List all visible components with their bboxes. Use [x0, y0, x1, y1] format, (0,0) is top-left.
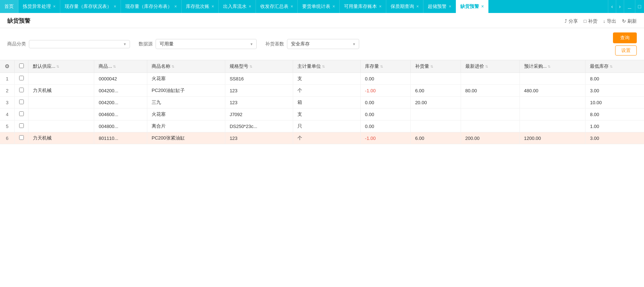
cell-estimated-purchase [519, 97, 586, 109]
cell-unit: 支 [293, 73, 361, 85]
replenish-button[interactable]: □ 补货 [584, 18, 597, 25]
cell-checkbox [14, 109, 28, 120]
tab-inventory-status[interactable]: 现存量（库存状况表）× [60, 0, 121, 13]
th-product-code: 商品... ⇅ [94, 60, 147, 73]
th-stock-qty: 库存量 ⇅ [361, 60, 411, 73]
replenish-basis-chevron-icon: ▾ [353, 42, 355, 47]
export-button[interactable]: ↓ 导出 [603, 18, 617, 25]
tab-order-stats[interactable]: 要货单统计表× [298, 0, 340, 13]
tab-close-icon[interactable]: × [174, 4, 177, 9]
cell-spec: 123 [225, 97, 293, 109]
filter-actions: 查询 设置 [613, 32, 637, 56]
tab-inout-flow[interactable]: 出入库流水× [219, 0, 256, 13]
row-checkbox[interactable] [19, 100, 24, 104]
share-icon: ⤴ [565, 18, 567, 24]
tab-close-icon[interactable]: × [53, 4, 56, 9]
category-select[interactable]: ▾ [29, 40, 130, 48]
cell-replenish-qty: 20.00 [410, 97, 461, 109]
category-filter-group: 商品分类 ▾ [7, 40, 130, 48]
cell-unit: 箱 [293, 97, 361, 109]
filter-bar: 商品分类 ▾ 数据源 可用量 ▾ 补货基数 安全库存 ▾ 查询 设置 [0, 28, 644, 60]
th-product-name: 商品名称 ⇅ [147, 60, 225, 73]
tab-close-icon[interactable]: × [379, 4, 382, 9]
maximize-button[interactable]: □ [635, 0, 644, 13]
row-checkbox[interactable] [19, 135, 24, 140]
cell-replenish-qty [410, 109, 461, 120]
cell-latest-price: 80.00 [461, 85, 519, 97]
cell-product-code: 004200... [94, 97, 147, 109]
replenish-basis-select[interactable]: 安全库存 ▾ [287, 39, 359, 49]
select-all-checkbox[interactable] [19, 63, 24, 68]
table-row: 5 004800... 离合片 DS250*23c... 只 0.00 1.00 [0, 120, 644, 132]
tab-prev-button[interactable]: ‹ [608, 0, 616, 13]
th-replenish-qty: 补货量 ⇅ [410, 60, 461, 73]
main-content: 缺货预警 ⤴ 分享 □ 补货 ↓ 导出 ↻ 刷新 商品分类 [0, 13, 644, 287]
tab-close-icon[interactable]: × [416, 4, 419, 9]
tab-label: 缺货预警 [460, 3, 479, 10]
tab-close-icon[interactable]: × [481, 4, 484, 9]
datasource-label: 数据源 [139, 41, 153, 47]
cell-product-code: 004200... [94, 85, 147, 97]
table-row: 3 004200... 三九 123 箱 0.00 20.00 10.00 [0, 97, 644, 109]
tab-label: 出入库流水 [223, 3, 247, 10]
sort-estimated-icon: ⇅ [548, 65, 551, 69]
cell-supplier: 力天机械 [28, 85, 94, 97]
tab-label: 可用量库存账本 [344, 3, 377, 10]
replenish-icon: □ [584, 18, 587, 24]
cell-estimated-purchase [519, 109, 586, 120]
tab-inventory-dist[interactable]: 现存量（库存分布表）× [121, 0, 182, 13]
tab-expiry-query[interactable]: 保质期查询× [386, 0, 423, 13]
tab-shortage[interactable]: 缺货预警× [456, 0, 488, 13]
sort-min-icon: ⇅ [610, 65, 613, 69]
cell-stock-qty: -1.00 [361, 85, 411, 97]
row-checkbox[interactable] [19, 76, 24, 80]
tab-close-icon[interactable]: × [449, 4, 451, 9]
replenish-basis-label: 补货基数 [265, 41, 284, 47]
datasource-select[interactable]: 可用量 ▾ [156, 39, 257, 49]
sort-stock-icon: ⇅ [380, 65, 383, 69]
tab-batch-account[interactable]: 库存批次账× [182, 0, 219, 13]
cell-latest-price [461, 73, 519, 85]
setting-button[interactable]: 设置 [615, 45, 637, 56]
table-header-row: ⚙ 默认供应... ⇅ 商品... ⇅ [0, 60, 644, 73]
datasource-value: 可用量 [160, 41, 174, 47]
row-checkbox[interactable] [19, 123, 24, 128]
sort-supplier-icon: ⇅ [56, 65, 59, 69]
cell-latest-price [461, 97, 519, 109]
column-settings-icon[interactable]: ⚙ [5, 63, 9, 69]
tab-close-icon[interactable]: × [114, 4, 116, 9]
tab-label: 要货单统计表 [302, 3, 330, 10]
th-unit: 主计量单位 ⇅ [293, 60, 361, 73]
row-checkbox[interactable] [19, 111, 24, 116]
tab-home[interactable]: 首页 [0, 0, 18, 13]
cell-spec: 123 [225, 132, 293, 144]
cell-checkbox [14, 73, 28, 85]
query-button[interactable]: 查询 [613, 32, 637, 43]
cell-stock-qty: 0.00 [361, 73, 411, 85]
cell-stock-qty: 0.00 [361, 97, 411, 109]
row-checkbox[interactable] [19, 88, 24, 92]
tab-available-ledger[interactable]: 可用量库存账本× [340, 0, 386, 13]
replenish-basis-value: 安全库存 [291, 41, 310, 47]
tab-collect-summary[interactable]: 收发存汇总表× [256, 0, 298, 13]
cell-supplier [28, 120, 94, 132]
sort-spec-icon: ⇅ [249, 65, 252, 69]
cell-product-name: PC200张紧油缸 [147, 132, 225, 144]
th-estimated-purchase: 预计采购... ⇅ [519, 60, 586, 73]
tab-overstock[interactable]: 超储预警× [423, 0, 456, 13]
share-button[interactable]: ⤴ 分享 [565, 18, 578, 25]
tab-close-icon[interactable]: × [332, 4, 335, 9]
tab-label: 现存量（库存状况表） [65, 3, 112, 10]
tab-next-button[interactable]: › [616, 0, 624, 13]
table-wrapper: ⚙ 默认供应... ⇅ 商品... ⇅ [0, 60, 644, 151]
refresh-button[interactable]: ↻ 刷新 [622, 18, 637, 25]
minimize-button[interactable]: ＿ [624, 0, 635, 13]
cell-stock-qty: -1.00 [361, 132, 411, 144]
tab-label: 超储预警 [428, 3, 447, 10]
cell-index: 3 [0, 97, 14, 109]
tab-close-icon[interactable]: × [212, 4, 214, 9]
tab-close-icon[interactable]: × [291, 4, 293, 9]
cell-spec: DS250*23c... [225, 120, 293, 132]
tab-close-icon[interactable]: × [249, 4, 251, 9]
tab-exception[interactable]: 拣货异常处理× [18, 0, 60, 13]
